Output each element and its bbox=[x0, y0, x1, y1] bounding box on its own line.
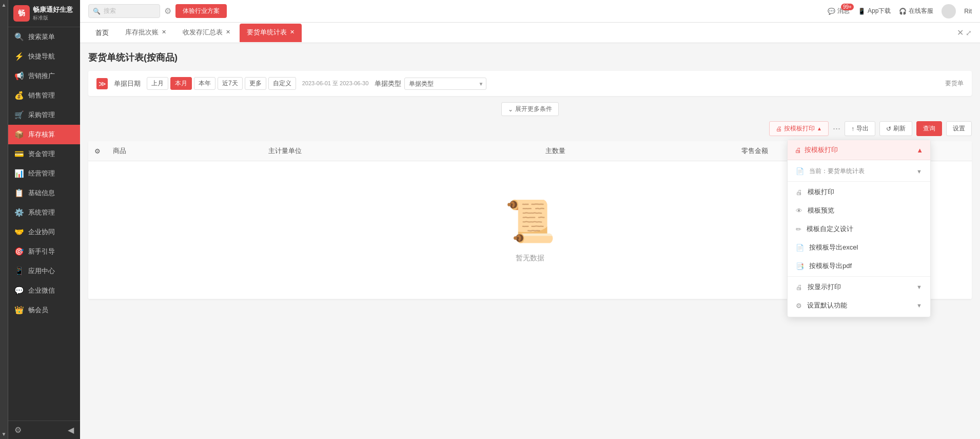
sidebar-item-inventory[interactable]: 📦库存核算 bbox=[8, 125, 80, 144]
sidebar-item-quick-nav[interactable]: ⚡快捷导航 bbox=[8, 47, 80, 66]
messages-badge: 99+ bbox=[841, 4, 854, 10]
sidebar-item-finance[interactable]: 💳资金管理 bbox=[8, 144, 80, 164]
tab-batch[interactable]: 库存批次账✕ bbox=[118, 24, 173, 42]
tabs-right-controls: ✕ ⤢ bbox=[953, 28, 972, 37]
dropdown-item-template-preview[interactable]: 👁 模板预览 bbox=[788, 201, 930, 220]
sidebar-item-operation[interactable]: 📊经营管理 bbox=[8, 164, 80, 183]
sidebar-item-appcenter[interactable]: 📱应用中心 bbox=[8, 261, 80, 281]
tab-home[interactable]: 首页 bbox=[88, 24, 116, 42]
sidebar-item-enterprise[interactable]: 🤝企业协同 bbox=[8, 222, 80, 242]
dropdown-item-display-print[interactable]: 🖨 按显示打印 ▼ bbox=[788, 278, 930, 296]
sidebar-menu: 🔍搜索菜单⚡快捷导航📢营销推广💰销售管理🛒采购管理📦库存核算💳资金管理📊经营管理… bbox=[8, 27, 80, 421]
inventory-icon: 📦 bbox=[14, 130, 24, 139]
sidebar-item-newguide[interactable]: 🎯新手引导 bbox=[8, 242, 80, 261]
app-version: 标准版 bbox=[33, 14, 73, 21]
export-btn[interactable]: ↑ 导出 bbox=[845, 121, 875, 136]
dropdown-item-template-custom[interactable]: ✏ 模板自定义设计 bbox=[788, 220, 930, 238]
export-excel-icon: 📄 bbox=[796, 244, 804, 252]
date-btn-cur[interactable]: 本月 bbox=[170, 77, 192, 90]
page-title: 要货单统计表(按商品) bbox=[88, 51, 972, 64]
dropdown-current-icon: 📄 bbox=[796, 167, 804, 175]
more-options-icon[interactable]: ··· bbox=[833, 123, 840, 134]
online-service-btn[interactable]: 🎧 在线客服 bbox=[899, 7, 933, 15]
expand-conditions-btn[interactable]: ⌄ 展开更多条件 bbox=[501, 102, 559, 116]
dropdown-item-export-pdf[interactable]: 📑 按模板导出pdf bbox=[788, 257, 930, 275]
sidebar-item-search[interactable]: 🔍搜索菜单 bbox=[8, 27, 80, 47]
sidebar-item-system[interactable]: ⚙️系统管理 bbox=[8, 203, 80, 222]
newguide-icon: 🎯 bbox=[14, 247, 24, 256]
dropdown-item-template-print[interactable]: 🖨 模板打印 bbox=[788, 183, 930, 201]
messages-btn[interactable]: 💬 消息 99+ bbox=[828, 7, 850, 15]
logo-icon: 畅 bbox=[13, 5, 30, 22]
sidebar-item-wechat[interactable]: 💬企业微信 bbox=[8, 281, 80, 300]
sidebar-scroll[interactable]: ▲ ▼ bbox=[0, 0, 8, 439]
dropdown-item-export-excel[interactable]: 📄 按模板导出excel bbox=[788, 238, 930, 257]
sidebar-item-marketing[interactable]: 📢营销推广 bbox=[8, 66, 80, 86]
type-select[interactable]: 单据类型 要货单 bbox=[404, 78, 486, 90]
sidebar-scroll-down[interactable]: ▼ bbox=[0, 429, 8, 439]
tab-close-order-stats[interactable]: ✕ bbox=[290, 29, 295, 35]
date-filter-label: 单据日期 bbox=[114, 79, 141, 88]
yh-label: 要货单 bbox=[945, 79, 964, 88]
display-print-icon: 🖨 bbox=[796, 283, 802, 291]
tab-receipts[interactable]: 收发存汇总表✕ bbox=[175, 24, 238, 42]
refresh-icon: ↺ bbox=[886, 125, 891, 132]
main-container: 🔍 搜索 ⚙ 体验行业方案 💬 消息 99+ 📱 App下载 🎧 在线客服 bbox=[80, 0, 980, 439]
filter-toggle-btn[interactable]: ≫ bbox=[96, 78, 108, 89]
sidebar-label-purchase: 采购管理 bbox=[28, 110, 55, 120]
date-btn-custom[interactable]: 自定义 bbox=[268, 77, 296, 90]
wechat-icon: 💬 bbox=[14, 286, 24, 295]
sidebar-item-sales[interactable]: 💰销售管理 bbox=[8, 86, 80, 105]
header-settings-icon[interactable]: ⚙ bbox=[164, 6, 171, 16]
template-print-dd-label: 模板打印 bbox=[808, 187, 834, 197]
table-col-settings[interactable]: ⚙ bbox=[88, 141, 107, 161]
set-default-label: 设置默认功能 bbox=[807, 301, 847, 310]
user-avatar[interactable] bbox=[942, 4, 956, 18]
operation-icon: 📊 bbox=[14, 169, 24, 178]
settings-btn[interactable]: 设置 bbox=[946, 121, 972, 136]
date-btn-7days[interactable]: 近7天 bbox=[218, 77, 243, 90]
close-window-icon[interactable]: ✕ bbox=[957, 28, 964, 37]
chevron-up-icon: ▲ bbox=[817, 126, 822, 131]
dropdown-section: 📄 当前：要货单统计表 ▼ 🖨 模板打印 👁 模板预览 ✏ bbox=[788, 160, 930, 317]
sidebar-bottom: ⚙ ◀ bbox=[8, 421, 80, 439]
user-name[interactable]: Rit bbox=[964, 8, 972, 15]
empty-text: 暂无数据 bbox=[516, 254, 544, 263]
date-options: 上月本月本年近7天更多自定义 bbox=[147, 77, 296, 90]
tab-close-receipts[interactable]: ✕ bbox=[226, 29, 230, 35]
maximize-icon[interactable]: ⤢ bbox=[966, 29, 972, 37]
tab-close-batch[interactable]: ✕ bbox=[162, 29, 166, 35]
date-btn-year[interactable]: 本年 bbox=[194, 77, 215, 90]
refresh-btn[interactable]: ↺ 刷新 bbox=[879, 121, 912, 136]
tab-order-stats[interactable]: 要货单统计表✕ bbox=[240, 24, 302, 42]
marketing-icon: 📢 bbox=[14, 71, 24, 81]
sidebar-item-purchase[interactable]: 🛒采购管理 bbox=[8, 105, 80, 125]
search-icon: 🔍 bbox=[14, 32, 24, 42]
dropdown-divider-1 bbox=[788, 181, 930, 182]
app-download-btn[interactable]: 📱 App下载 bbox=[858, 7, 891, 15]
top-search[interactable]: 🔍 搜索 bbox=[88, 4, 160, 18]
enterprise-icon: 🤝 bbox=[14, 227, 24, 237]
sidebar-label-basic: 基础信息 bbox=[28, 188, 55, 198]
date-btn-more[interactable]: 更多 bbox=[245, 77, 266, 90]
export-label: 导出 bbox=[856, 124, 869, 133]
display-print-arrow: ▼ bbox=[916, 284, 922, 290]
display-print-left: 🖨 按显示打印 bbox=[796, 282, 841, 292]
dropdown-current-item[interactable]: 📄 当前：要货单统计表 ▼ bbox=[788, 162, 930, 180]
query-btn[interactable]: 查询 bbox=[916, 121, 942, 136]
template-preview-label: 模板预览 bbox=[808, 206, 834, 215]
dropdown-item-set-default[interactable]: ⚙ 设置默认功能 ▼ bbox=[788, 296, 930, 315]
sidebar-item-basic[interactable]: 📋基础信息 bbox=[8, 183, 80, 203]
dropdown-header: 🖨 按模板打印 ▲ bbox=[788, 140, 930, 160]
trial-btn[interactable]: 体验行业方案 bbox=[175, 4, 227, 18]
sidebar-item-member[interactable]: 👑畅会员 bbox=[8, 300, 80, 320]
template-print-btn[interactable]: 🖨 按模板打印 ▲ bbox=[769, 121, 829, 136]
sidebar-toggle-icon[interactable]: ◀ bbox=[68, 425, 74, 435]
sidebar-label-system: 系统管理 bbox=[28, 208, 55, 217]
settings-icon[interactable]: ⚙ bbox=[14, 425, 22, 435]
date-btn-prev[interactable]: 上月 bbox=[147, 77, 168, 90]
download-icon: 📱 bbox=[858, 8, 866, 15]
tabs-bar: 首页库存批次账✕收发存汇总表✕要货单统计表✕ ✕ ⤢ bbox=[80, 23, 980, 43]
dropdown-chevron-up-icon: ▲ bbox=[916, 146, 923, 154]
sidebar-scroll-up[interactable]: ▲ bbox=[0, 0, 8, 10]
